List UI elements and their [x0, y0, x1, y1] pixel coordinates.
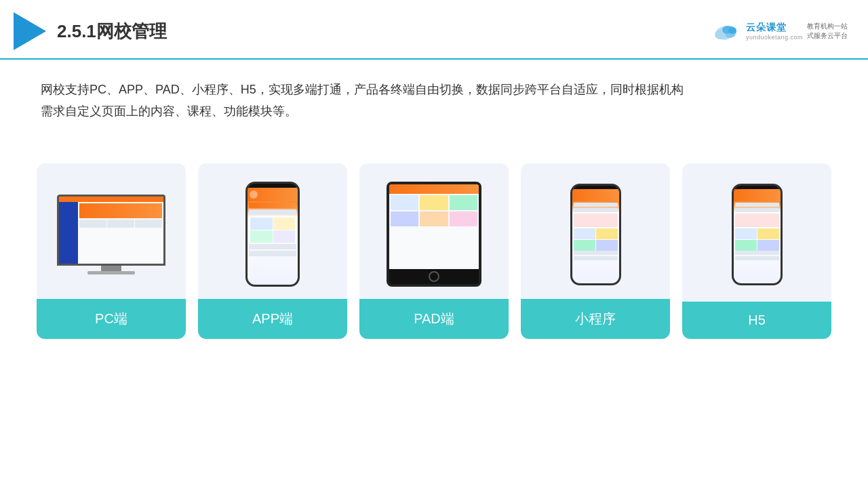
phone-small-grid-1: [574, 228, 618, 251]
card-image-area-mini: [521, 163, 670, 299]
card-image-area-pc: [37, 163, 186, 299]
pc-sidebar: [59, 202, 78, 264]
svg-point-4: [728, 27, 736, 34]
phone-header: [248, 188, 298, 201]
phone-grid-2: [273, 218, 296, 230]
pc-neck: [101, 266, 121, 271]
card-pc: PC端: [37, 163, 186, 339]
description-line2: 需求自定义页面上的内容、课程、功能模块等。: [41, 100, 827, 122]
phone-content: [248, 201, 298, 259]
phone-grid-4: [273, 230, 296, 243]
pc-card-mini-1: [79, 220, 106, 228]
phone-small-cell-1: [574, 228, 595, 239]
pc-screen-inner: [59, 197, 163, 264]
card-image-area-pad: [359, 163, 509, 299]
phone-small-grid-2: [735, 228, 779, 251]
description-text: 网校支持PC、APP、PAD、小程序、H5，实现多端打通，产品各终端自由切换，数…: [0, 60, 868, 129]
phone-small-header-2: [734, 189, 781, 201]
tablet-cell-1: [391, 195, 418, 210]
phone-small-text-1: [574, 214, 618, 227]
phone-small-notch-1: [588, 186, 603, 189]
description-line1: 网校支持PC、APP、PAD、小程序、H5，实现多端打通，产品各终端自由切换，数…: [41, 79, 827, 100]
card-label-pc: PC端: [37, 299, 186, 339]
card-label-miniprogram: 小程序: [521, 299, 670, 339]
phone-small-row-8: [735, 256, 779, 260]
card-h5: H5: [682, 163, 831, 339]
tablet-cell-5: [420, 211, 448, 226]
card-pad: PAD端: [359, 163, 509, 339]
header-left: 2.5.1网校管理: [14, 12, 167, 50]
cloud-icon: [712, 21, 742, 41]
phone-small-row-5: [735, 203, 779, 207]
phone-small-screen-1: [572, 189, 619, 283]
phone-small-mockup-1: [570, 184, 621, 285]
tablet-top-bar: [389, 184, 479, 194]
card-label-app: APP端: [198, 299, 347, 339]
pc-main: [78, 202, 163, 264]
tablet-device-mockup: [387, 182, 481, 287]
logo-url: yunduoketang.com: [746, 34, 803, 41]
phone-small-row-7: [735, 251, 779, 255]
card-label-pad: PAD端: [359, 299, 509, 339]
brand-triangle-icon: [14, 12, 46, 50]
card-image-area-h5: [682, 163, 831, 299]
phone-row-2: [249, 244, 296, 249]
phone-small-cell-7: [735, 240, 757, 251]
phone-small-row-2: [574, 208, 618, 212]
phone-small-content-2: [734, 201, 781, 263]
pc-card-mini-3: [135, 220, 162, 228]
phone-small-row-3: [574, 251, 618, 255]
pc-top-bar: [59, 197, 163, 202]
phone-small-cell-8: [757, 240, 779, 251]
logo-slogan-line1: 教育机构一站: [807, 22, 848, 31]
pc-device-mockup: [57, 195, 165, 274]
phone-row-1: [249, 209, 296, 215]
phone-small-row-1: [574, 203, 618, 207]
phone-device-mockup: [245, 182, 300, 287]
card-label-h5: H5: [682, 302, 831, 339]
pc-card-mini-2: [107, 220, 134, 228]
phone-small-cell-2: [596, 228, 618, 239]
logo-area: 云朵课堂 yunduoketang.com 教育机构一站 式服务云平台: [712, 21, 848, 41]
tablet-grid: [389, 194, 479, 228]
pc-base: [87, 271, 135, 274]
phone-small-row-4: [574, 256, 618, 260]
logo-slogan-line2: 式服务云平台: [807, 31, 848, 41]
logo-slogan: 教育机构一站 式服务云平台: [807, 22, 848, 41]
logo-text-area: 云朵课堂 yunduoketang.com: [746, 22, 803, 41]
header: 2.5.1网校管理 云朵课堂 yunduoketang.com 教育机构一站 式…: [0, 0, 868, 60]
tablet-cell-2: [420, 195, 448, 210]
phone-small-header-1: [572, 189, 619, 201]
pc-cards: [79, 220, 162, 228]
phone-small-content-1: [572, 201, 619, 263]
phone-grid-3: [250, 230, 273, 243]
logo-name: 云朵课堂: [746, 22, 787, 34]
cloud-logo: 云朵课堂 yunduoketang.com 教育机构一站 式服务云平台: [712, 21, 848, 41]
page-title: 2.5.1网校管理: [57, 20, 167, 43]
tablet-screen: [389, 184, 479, 269]
phone-row-3: [249, 251, 296, 256]
phone-small-row-6: [735, 208, 779, 212]
tablet-cell-3: [450, 195, 477, 210]
phone-banner-row: [249, 203, 296, 208]
tablet-cell-4: [391, 211, 418, 226]
card-image-area-app: [198, 163, 347, 299]
phone-small-cell-3: [574, 240, 595, 251]
tablet-home-btn: [429, 271, 439, 282]
card-app: APP端: [198, 163, 347, 339]
phone-notch: [264, 184, 281, 188]
cards-container: PC端: [0, 143, 868, 339]
tablet-cell-6: [450, 211, 477, 226]
phone-screen: [248, 188, 298, 285]
pc-content: [59, 202, 163, 264]
phone-header-avatar: [250, 190, 258, 199]
phone-small-text-2: [735, 214, 779, 227]
phone-small-cell-4: [596, 240, 618, 251]
phone-grid: [249, 216, 296, 244]
phone-small-cell-5: [735, 228, 757, 239]
phone-small-notch-2: [749, 186, 764, 189]
pc-screen: [57, 195, 165, 266]
phone-small-cell-6: [757, 228, 779, 239]
page-title-text: 2.5.1网校管理: [57, 21, 167, 41]
card-miniprogram: 小程序: [521, 163, 670, 339]
